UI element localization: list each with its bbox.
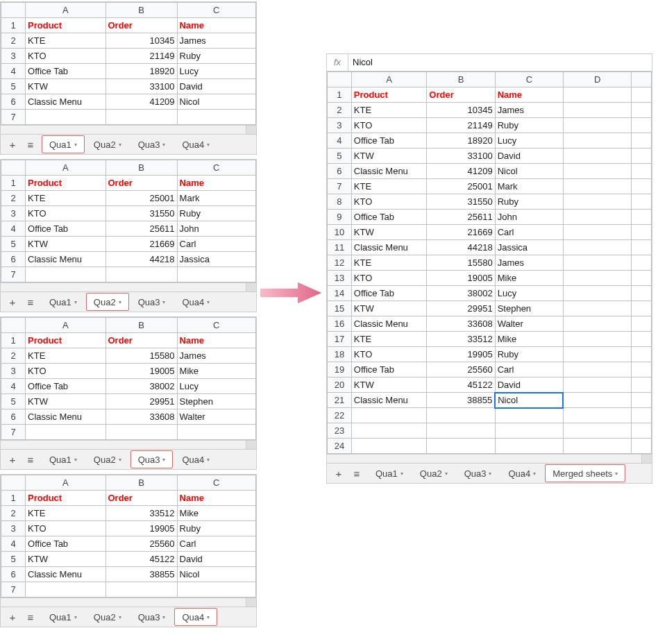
data-cell[interactable]: KTE	[351, 179, 427, 194]
row-header[interactable]: 21	[328, 393, 352, 408]
sheet-tab[interactable]: Qua2▾	[86, 608, 129, 626]
chevron-down-icon[interactable]: ▾	[533, 471, 536, 477]
data-cell[interactable]	[632, 194, 652, 210]
row-header[interactable]: 3	[328, 118, 352, 133]
data-cell[interactable]: KTW	[351, 301, 427, 316]
row-header[interactable]: 4	[1, 536, 26, 552]
data-cell[interactable]: 31550	[106, 206, 177, 221]
data-cell[interactable]: 18920	[106, 64, 177, 79]
data-cell[interactable]: Ruby	[177, 49, 255, 64]
data-cell[interactable]: Classic Menu	[351, 164, 427, 179]
corner-cell[interactable]	[328, 72, 352, 87]
data-cell[interactable]	[563, 194, 631, 210]
data-cell[interactable]: KTO	[351, 118, 427, 133]
data-cell[interactable]	[632, 408, 652, 423]
data-cell[interactable]: 19005	[427, 271, 495, 286]
data-cell[interactable]	[632, 271, 652, 286]
column-header[interactable]: D	[563, 72, 631, 87]
data-cell[interactable]: Office Tab	[351, 286, 427, 301]
data-cell[interactable]: 38002	[106, 379, 177, 394]
chevron-down-icon[interactable]: ▾	[119, 142, 121, 148]
data-cell[interactable]: Classic Menu	[26, 94, 106, 110]
data-cell[interactable]: 38002	[427, 286, 495, 301]
data-cell[interactable]	[427, 423, 495, 439]
row-header[interactable]: 1	[328, 87, 352, 103]
scrollbar[interactable]	[1, 282, 256, 291]
chevron-down-icon[interactable]: ▾	[162, 614, 165, 620]
data-cell[interactable]: Mike	[495, 271, 563, 286]
header-cell[interactable]: Order	[106, 491, 177, 506]
data-cell[interactable]: John	[495, 210, 563, 225]
row-header[interactable]: 4	[1, 379, 26, 394]
column-header[interactable]: B	[427, 72, 495, 87]
data-cell[interactable]	[563, 439, 631, 454]
data-cell[interactable]: 38855	[427, 393, 495, 408]
data-cell[interactable]: 38855	[106, 567, 177, 582]
chevron-down-icon[interactable]: ▾	[119, 299, 121, 305]
chevron-down-icon[interactable]: ▾	[207, 614, 210, 620]
data-cell[interactable]: 25001	[427, 179, 495, 194]
data-cell[interactable]	[563, 286, 631, 301]
data-cell[interactable]	[632, 255, 652, 271]
data-cell[interactable]	[632, 133, 652, 149]
data-cell[interactable]	[563, 149, 631, 164]
data-cell[interactable]	[563, 316, 631, 332]
column-header[interactable]	[632, 72, 652, 87]
data-cell[interactable]: KTE	[26, 506, 106, 521]
row-header[interactable]: 5	[1, 394, 26, 409]
data-cell[interactable]	[632, 301, 652, 316]
data-cell[interactable]: 41209	[427, 164, 495, 179]
data-cell[interactable]	[563, 408, 631, 423]
formula-input[interactable]: Nicol	[348, 54, 652, 71]
data-cell[interactable]	[26, 267, 106, 282]
data-cell[interactable]: 21149	[427, 118, 495, 133]
row-header[interactable]: 14	[328, 286, 352, 301]
data-cell[interactable]: Ruby	[495, 194, 563, 210]
data-cell[interactable]: 25001	[106, 191, 177, 206]
row-header[interactable]: 5	[328, 149, 352, 164]
header-cell[interactable]: Name	[177, 333, 255, 348]
chevron-down-icon[interactable]: ▾	[74, 457, 77, 463]
data-cell[interactable]: Office Tab	[26, 64, 106, 79]
data-cell[interactable]	[106, 582, 177, 598]
data-cell[interactable]	[632, 316, 652, 332]
data-cell[interactable]	[632, 393, 652, 408]
data-cell[interactable]	[632, 179, 652, 194]
row-header[interactable]: 5	[1, 79, 26, 94]
data-cell[interactable]: Nicol	[177, 94, 255, 110]
sheet-tab[interactable]: Qua1▾	[42, 450, 85, 468]
header-cell[interactable]: Product	[351, 87, 427, 103]
chevron-down-icon[interactable]: ▾	[207, 457, 210, 463]
data-cell[interactable]: 15580	[106, 348, 177, 364]
data-cell[interactable]	[632, 240, 652, 255]
sheet-tab[interactable]: Qua3▾	[130, 293, 174, 311]
data-cell[interactable]	[563, 133, 631, 149]
row-header[interactable]: 5	[1, 237, 26, 252]
data-cell[interactable]	[351, 408, 427, 423]
sheet-tab[interactable]: Qua1▾	[42, 293, 85, 311]
column-header[interactable]: B	[106, 3, 177, 18]
data-cell[interactable]	[427, 408, 495, 423]
chevron-down-icon[interactable]: ▾	[119, 614, 121, 620]
data-cell[interactable]: Mike	[177, 506, 255, 521]
row-header[interactable]: 2	[1, 348, 26, 364]
row-header[interactable]: 23	[328, 423, 352, 439]
data-cell[interactable]: Lucy	[495, 133, 563, 149]
data-cell[interactable]	[563, 301, 631, 316]
row-header[interactable]: 7	[1, 582, 26, 598]
data-cell[interactable]	[563, 118, 631, 133]
data-cell[interactable]: Ruby	[495, 118, 563, 133]
data-cell[interactable]: KTW	[26, 237, 106, 252]
data-cell[interactable]: Office Tab	[26, 379, 106, 394]
data-cell[interactable]	[26, 582, 106, 598]
data-cell[interactable]: 21149	[106, 49, 177, 64]
data-cell[interactable]	[563, 271, 631, 286]
data-cell[interactable]: 44218	[106, 252, 177, 267]
row-header[interactable]: 2	[1, 506, 26, 521]
data-cell[interactable]	[177, 110, 255, 125]
data-cell[interactable]	[563, 210, 631, 225]
data-cell[interactable]	[351, 423, 427, 439]
data-cell[interactable]: Lucy	[177, 64, 255, 79]
data-cell[interactable]: David	[177, 79, 255, 94]
row-header[interactable]: 6	[1, 252, 26, 267]
